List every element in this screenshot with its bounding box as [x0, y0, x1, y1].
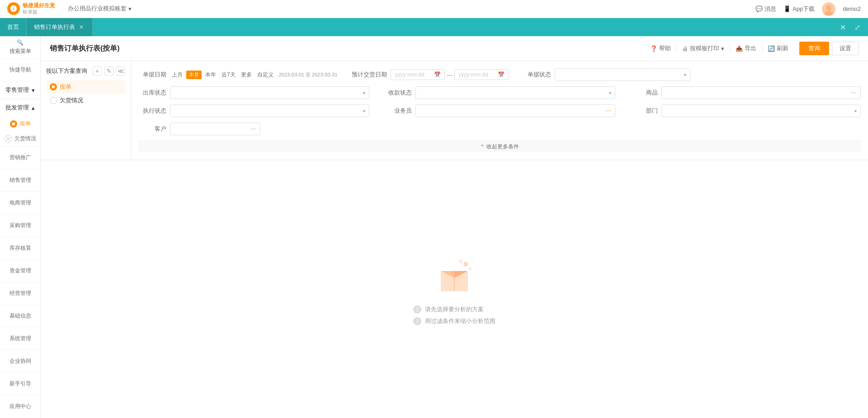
tab-expand-icon[interactable]: ⤢	[852, 22, 863, 33]
filter-right: 单据日期 上月 本月 本年 近7天 更多 自定义 20	[131, 61, 868, 160]
filter-panel-inner: 按以下方案查询 + ✎ ≪ 按单	[41, 61, 868, 160]
sidebar: 🔍 搜索菜单 快捷导航 零售管理 ▾ 批发管理 ▴ 按单	[0, 36, 41, 418]
user-name[interactable]: demo2	[843, 5, 861, 12]
goods-dots-icon: ···	[851, 89, 857, 97]
sidebar-group-wholesale: 批发管理 ▴ 按单 欠货情况	[0, 99, 40, 147]
sidebar-item-sales[interactable]: 销售管理	[0, 169, 40, 192]
corp-label: 企业协同	[9, 357, 31, 365]
out-status-label: 出库状态	[138, 89, 170, 97]
svg-point-0	[826, 5, 831, 10]
dept-arrow-icon: ▾	[854, 109, 857, 114]
sidebar-item-order[interactable]: 按单	[0, 116, 40, 131]
logo-text: 畅捷通好生意 标准版	[23, 2, 55, 15]
svg-point-5	[463, 262, 468, 266]
receipt-status-select[interactable]: ▾	[415, 86, 615, 99]
expected-date-control: yyyy-mm-dd 📅 — yyyy-mm-dd 📅	[391, 69, 509, 80]
date-tab-7days[interactable]: 近7天	[220, 70, 237, 80]
avatar[interactable]	[822, 2, 835, 16]
scheme-item-order[interactable]: 按单	[46, 80, 125, 94]
header-right: 💬 消息 📱 App下载 demo2	[755, 2, 861, 16]
sidebar-item-system[interactable]: 系统管理	[0, 328, 40, 350]
print-button[interactable]: 🖨 按模板打印 ▾	[682, 44, 724, 52]
newbie-label: 新手引导	[9, 380, 31, 388]
logo-icon	[7, 2, 20, 15]
tab-close-window-icon[interactable]: ✕	[837, 22, 848, 33]
settings-button[interactable]: 设置	[832, 42, 859, 55]
filter-row-3: 执行状态 ▾ 业务员 ···	[138, 104, 861, 117]
message-button[interactable]: 💬 消息	[755, 5, 776, 13]
query-button[interactable]: 查询	[799, 42, 829, 55]
sidebar-item-inventory[interactable]: 库存核算	[0, 237, 40, 260]
date-to-placeholder: yyyy-mm-dd	[458, 71, 488, 78]
scheme-item-owed[interactable]: 欠货情况	[46, 94, 125, 107]
sidebar-item-owed[interactable]: 欠货情况	[0, 131, 40, 146]
collapse-icon: ⌃	[480, 144, 485, 150]
sidebar-item-purchase[interactable]: 采购管理	[0, 214, 40, 237]
svg-point-6	[469, 267, 472, 270]
sidebar-search[interactable]: 🔍 搜索菜单	[0, 36, 40, 59]
sidebar-item-wholesale[interactable]: 批发管理 ▴	[0, 99, 40, 116]
sales-order-tab-label: 销售订单执行表	[34, 23, 75, 31]
company-selector[interactable]: 办公用品行业模拟账套 ▾	[68, 5, 132, 13]
date-label: 单据日期	[138, 71, 170, 79]
svg-point-1	[824, 11, 833, 16]
status-arrow-icon: ▾	[684, 72, 686, 77]
sidebar-item-basic[interactable]: 基础信息	[0, 305, 40, 328]
empty-state: 1 请先选择要分析的方案 2 用过滤条件来缩小分析范围	[413, 253, 495, 325]
sidebar-item-finance[interactable]: 资金管理	[0, 260, 40, 282]
edit-scheme-icon[interactable]: ✎	[104, 66, 113, 76]
date-tab-this-month[interactable]: 本月	[186, 71, 202, 79]
refresh-button[interactable]: 🔄 刷新	[768, 44, 788, 52]
export-button[interactable]: 📤 导出	[736, 44, 756, 52]
app-icon: 📱	[783, 5, 791, 12]
exec-status-select[interactable]: ▾	[170, 104, 369, 117]
goods-multiselect[interactable]: ···	[661, 86, 861, 99]
date-tab-this-year[interactable]: 本年	[203, 70, 218, 80]
sidebar-item-retail[interactable]: 零售管理 ▾	[0, 81, 40, 99]
scheme-owed-icon	[50, 97, 57, 104]
sidebar-item-operations[interactable]: 经营管理	[0, 282, 40, 305]
status-select[interactable]: ▾	[555, 68, 690, 81]
filter-left: 按以下方案查询 + ✎ ≪ 按单	[41, 61, 131, 160]
tip-num-1: 1	[413, 305, 421, 314]
salesperson-dots-icon: ···	[605, 107, 611, 115]
content-body: 1 请先选择要分析的方案 2 用过滤条件来缩小分析范围	[41, 160, 868, 418]
help-button[interactable]: ❓ 帮助	[650, 44, 671, 52]
sidebar-item-ecommerce[interactable]: 电商管理	[0, 192, 40, 214]
date-from-input[interactable]: yyyy-mm-dd 📅	[391, 69, 445, 80]
export-icon: 📤	[736, 45, 743, 52]
tip-num-2: 2	[413, 317, 421, 325]
marketing-label: 营销推广	[9, 154, 31, 162]
date-tab-more[interactable]: 更多	[239, 70, 254, 80]
tab-home[interactable]: 首页	[0, 18, 27, 36]
collapse-scheme-icon[interactable]: ≪	[116, 66, 125, 76]
sidebar-quick-nav[interactable]: 快捷导航	[0, 59, 40, 81]
dept-select[interactable]: ▾	[661, 104, 861, 117]
customer-multiselect[interactable]: ···	[170, 123, 260, 135]
system-label: 系统管理	[9, 335, 31, 342]
retail-arrow-icon: ▾	[32, 87, 35, 94]
date-tab-last-month[interactable]: 上月	[170, 70, 184, 80]
scheme-owed-label: 欠货情况	[60, 96, 83, 104]
date-to-input[interactable]: yyyy-mm-dd 📅	[454, 69, 509, 80]
ecommerce-label: 电商管理	[9, 199, 31, 207]
date-tab-custom[interactable]: 自定义	[255, 70, 275, 80]
empty-illustration	[432, 253, 477, 298]
close-tab-icon[interactable]: ✕	[78, 24, 85, 31]
app-download-button[interactable]: 📱 App下载	[783, 5, 815, 13]
sidebar-item-corp[interactable]: 企业协同	[0, 350, 40, 373]
tab-sales-order[interactable]: 销售订单执行表 ✕	[27, 18, 93, 36]
expected-date-label: 预计交货日期	[352, 71, 391, 79]
filter-salesperson: 业务员 ···	[384, 104, 615, 117]
out-status-select[interactable]: ▾	[170, 86, 369, 99]
sidebar-item-newbie[interactable]: 新手引导	[0, 373, 40, 395]
salesperson-multiselect[interactable]: ···	[415, 104, 615, 117]
filter-date: 单据日期 上月 本月 本年 近7天 更多 自定义 20	[138, 70, 337, 80]
tab-bar: 首页 销售订单执行表 ✕ ✕ ⤢	[0, 18, 868, 36]
sidebar-item-appstore[interactable]: 应用中心	[0, 395, 40, 418]
collapse-button[interactable]: ⌃ 收起更多条件	[138, 141, 861, 152]
filter-left-header: 按以下方案查询 + ✎ ≪	[46, 66, 125, 76]
add-scheme-icon[interactable]: +	[93, 66, 102, 76]
home-tab-label: 首页	[7, 23, 19, 31]
sidebar-item-marketing[interactable]: 营销推广	[0, 147, 40, 169]
